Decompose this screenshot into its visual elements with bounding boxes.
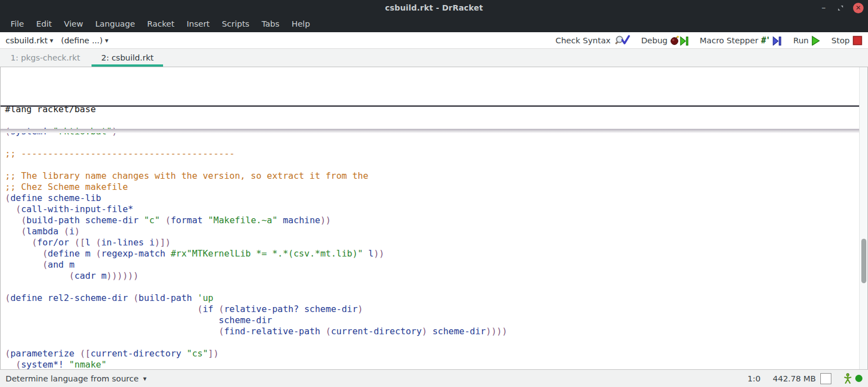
run-button[interactable]: Run: [793, 35, 820, 46]
menu-bar: FileEditViewLanguageRacketInsertScriptsT…: [0, 16, 868, 32]
stop-label: Stop: [831, 36, 850, 45]
code-line: ;; The library name changes with the ver…: [5, 170, 859, 182]
run-label: Run: [793, 36, 809, 45]
menu-item-scripts[interactable]: Scripts: [216, 17, 256, 31]
minimize-button[interactable]: –: [819, 5, 828, 11]
code-line: (define m (regexp-match #rx"MTKernelLib …: [5, 248, 859, 259]
close-button[interactable]: ✕: [853, 3, 864, 13]
definition-navigator-label: (define ...): [61, 36, 103, 45]
definition-navigator-dropdown[interactable]: (define ...) ▼: [61, 36, 108, 45]
menu-item-file[interactable]: File: [4, 17, 30, 31]
window-controls: – ✕: [819, 0, 864, 16]
online-check-status-dot: [855, 375, 862, 382]
code-line: [5, 115, 859, 126]
code-line: scheme-dir: [5, 315, 859, 326]
title-bar: csbuild.rkt - DrRacket – ✕: [0, 0, 868, 16]
memory-usage: 442.78 MB: [773, 374, 816, 383]
code-line: (and m: [5, 259, 859, 270]
drracket-window: csbuild.rkt - DrRacket – ✕ FileEditViewL…: [0, 0, 868, 387]
file-name-dropdown[interactable]: csbuild.rkt ▼: [6, 36, 53, 45]
check-syntax-icon: [613, 35, 630, 46]
code-line: [5, 337, 859, 348]
definitions-editor[interactable]: #lang racket/base(system! "rktio.bat");;…: [0, 67, 868, 369]
check-syntax-label: Check Syntax: [556, 36, 611, 45]
stop-icon: [852, 36, 862, 46]
debug-label: Debug: [641, 36, 668, 45]
code-line: [5, 137, 859, 148]
stop-button[interactable]: Stop: [831, 36, 862, 46]
code-line: (system! "rktio.bat"): [5, 126, 859, 137]
run-icon: [811, 35, 820, 46]
macro-stepper-button[interactable]: Macro Stepper #': [700, 35, 783, 46]
lang-line-divider: [1, 83, 859, 89]
debug-button[interactable]: Debug: [641, 35, 689, 46]
editor-tab-2[interactable]: 2: csbuild.rkt: [90, 49, 164, 67]
menu-item-language[interactable]: Language: [89, 17, 141, 31]
macro-hash-glyph: #': [761, 36, 770, 46]
tab-bar: 1: pkgs-check.rkt2: csbuild.rkt: [0, 49, 868, 67]
maximize-button[interactable]: [837, 4, 844, 12]
code-line: (find-relative-path (current-directory) …: [5, 326, 859, 337]
code-line: (lambda (i): [5, 226, 859, 237]
code-line: ;; -------------------------------------…: [5, 148, 859, 159]
code-line: ;; Chez Scheme makefile: [5, 182, 859, 193]
code-line: (build-path scheme-dir "c" (format "Make…: [5, 215, 859, 226]
menu-item-help[interactable]: Help: [286, 17, 316, 31]
maximize-icon: [837, 4, 844, 12]
chevron-down-icon: ▼: [143, 376, 146, 381]
code-line: (define rel2-scheme-dir (build-path 'up: [5, 293, 859, 304]
status-bar: Determine language from source ▼ 1:0 442…: [0, 369, 868, 387]
chevron-down-icon: ▼: [105, 38, 108, 43]
memory-limit-box[interactable]: [820, 373, 831, 384]
code-line: (system*! "nmake": [5, 359, 859, 369]
file-name-label: csbuild.rkt: [6, 36, 48, 45]
close-icon: ✕: [855, 4, 861, 11]
scrollbar-thumb[interactable]: [861, 239, 866, 283]
macro-stepper-icon: [773, 35, 782, 46]
language-selector-label: Determine language from source: [6, 374, 139, 383]
menu-item-insert[interactable]: Insert: [180, 17, 216, 31]
code-area[interactable]: #lang racket/base(system! "rktio.bat");;…: [1, 67, 859, 369]
code-line: #lang racket/base: [5, 104, 859, 115]
chevron-down-icon: ▼: [50, 38, 53, 43]
editor-tab-1[interactable]: 1: pkgs-check.rkt: [0, 49, 90, 67]
code-line: (for/or ([l (in-lines i)]): [5, 237, 859, 248]
gc-recycle-man-icon: [844, 373, 852, 384]
code-line: [5, 282, 859, 293]
code-line: (call-with-input-file*: [5, 204, 859, 215]
window-title: csbuild.rkt - DrRacket: [385, 3, 483, 12]
check-syntax-button[interactable]: Check Syntax: [556, 35, 630, 46]
language-selector[interactable]: Determine language from source ▼: [6, 374, 146, 383]
vertical-scrollbar[interactable]: [859, 67, 867, 369]
code-line: (define scheme-lib: [5, 193, 859, 204]
cursor-position: 1:0: [748, 374, 760, 383]
menu-item-racket[interactable]: Racket: [141, 17, 180, 31]
menu-item-edit[interactable]: Edit: [30, 17, 58, 31]
code-line: [5, 159, 859, 170]
menu-item-tabs[interactable]: Tabs: [256, 17, 286, 31]
code-line: (cadr m)))))): [5, 270, 859, 282]
toolbar: csbuild.rkt ▼ (define ...) ▼ Check Synta…: [0, 32, 868, 49]
debug-icon: [671, 35, 689, 46]
code-line: (parameterize ([current-directory "cs"]): [5, 348, 859, 359]
macro-stepper-label: Macro Stepper: [700, 36, 759, 45]
menu-item-view[interactable]: View: [58, 17, 89, 31]
code-line: (if (relative-path? scheme-dir): [5, 304, 859, 315]
